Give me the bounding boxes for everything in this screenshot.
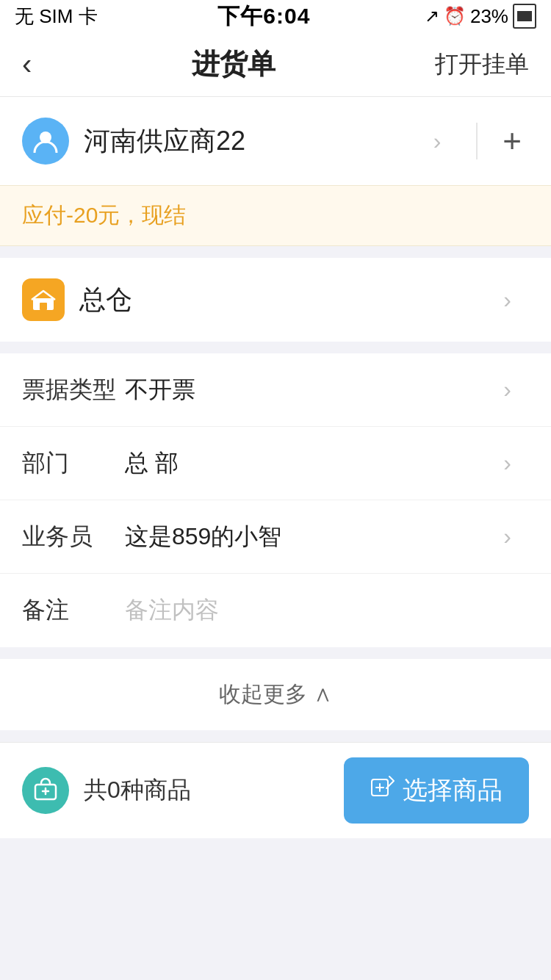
gray-area bbox=[0, 838, 551, 980]
collapse-label: 收起更多 ∧ bbox=[219, 680, 331, 710]
supplier-avatar bbox=[22, 118, 69, 165]
product-count-icon bbox=[22, 767, 69, 814]
bottom-bar: 共0种商品 选择商品 bbox=[0, 742, 551, 838]
status-bar: 无 SIM 卡 下午6:04 ↗ ⏰ 23% bbox=[0, 0, 551, 32]
battery-text: 23% bbox=[470, 5, 508, 28]
select-product-icon bbox=[370, 775, 395, 806]
supplier-section: 河南供应商22 › + 应付-20元，现结 bbox=[0, 97, 551, 246]
warehouse-name: 总仓 bbox=[79, 282, 503, 318]
form-value-remark[interactable]: 备注内容 bbox=[118, 594, 529, 627]
form-row-invoice[interactable]: 票据类型 不开票 › bbox=[0, 353, 551, 427]
warehouse-icon bbox=[22, 278, 65, 321]
product-count-text: 共0种商品 bbox=[84, 774, 344, 807]
page-title: 进货单 bbox=[192, 46, 276, 83]
content: 河南供应商22 › + 应付-20元，现结 总仓 › 票据类型 不开票 › bbox=[0, 97, 551, 980]
invoice-chevron-icon: › bbox=[503, 376, 511, 403]
warehouse-row[interactable]: 总仓 › bbox=[0, 258, 551, 342]
warehouse-chevron-icon: › bbox=[503, 287, 511, 314]
collapse-row[interactable]: 收起更多 ∧ bbox=[0, 659, 551, 730]
form-value-department: 总 部 bbox=[118, 447, 503, 480]
salesperson-chevron-icon: › bbox=[503, 523, 511, 550]
alarm-icon: ⏰ bbox=[444, 6, 466, 26]
open-pending-button[interactable]: 打开挂单 bbox=[435, 48, 529, 81]
svg-rect-2 bbox=[40, 303, 47, 310]
nav-bar: ‹ 进货单 打开挂单 bbox=[0, 32, 551, 97]
back-button[interactable]: ‹ bbox=[22, 48, 32, 81]
select-product-button[interactable]: 选择商品 bbox=[344, 757, 529, 824]
battery-icon bbox=[513, 4, 536, 29]
form-label-department: 部门 bbox=[22, 447, 118, 480]
department-chevron-icon: › bbox=[503, 450, 511, 477]
notice-text: 应付-20元，现结 bbox=[22, 203, 186, 227]
form-section: 票据类型 不开票 › 部门 总 部 › 业务员 这是859的小智 › 备注 备注… bbox=[0, 353, 551, 647]
form-label-salesperson: 业务员 bbox=[22, 521, 118, 553]
status-right: ↗ ⏰ 23% bbox=[425, 4, 536, 29]
add-supplier-button[interactable]: + bbox=[495, 123, 529, 159]
form-label-invoice: 票据类型 bbox=[22, 374, 118, 406]
supplier-divider bbox=[476, 123, 478, 159]
supplier-row[interactable]: 河南供应商22 › + bbox=[0, 97, 551, 185]
form-row-salesperson[interactable]: 业务员 这是859的小智 › bbox=[0, 500, 551, 574]
form-row-remark[interactable]: 备注 备注内容 bbox=[0, 574, 551, 647]
form-row-department[interactable]: 部门 总 部 › bbox=[0, 427, 551, 500]
select-product-label: 选择商品 bbox=[403, 774, 503, 807]
carrier-text: 无 SIM 卡 bbox=[15, 4, 98, 29]
form-value-salesperson: 这是859的小智 bbox=[118, 521, 503, 553]
notice-banner: 应付-20元，现结 bbox=[0, 185, 551, 246]
status-left: 无 SIM 卡 bbox=[15, 4, 104, 29]
form-label-remark: 备注 bbox=[22, 594, 118, 627]
location-icon: ↗ bbox=[425, 6, 439, 26]
supplier-chevron-icon: › bbox=[433, 128, 442, 155]
form-value-invoice: 不开票 bbox=[118, 374, 503, 406]
supplier-name: 河南供应商22 bbox=[84, 123, 433, 159]
status-time: 下午6:04 bbox=[217, 1, 310, 32]
